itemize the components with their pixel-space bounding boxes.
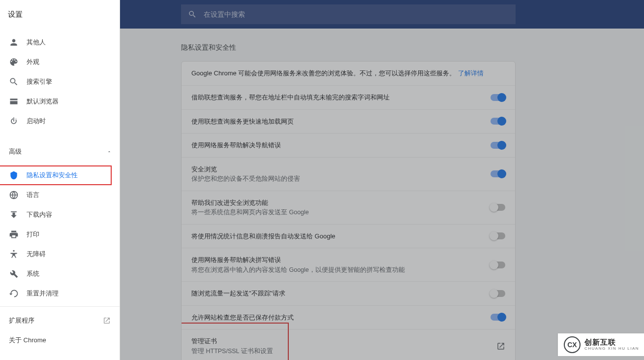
row-sublabel: 将一些系统信息和网页内容发送至 Google [191, 208, 485, 217]
power-icon [9, 116, 27, 126]
row-nav-errors[interactable]: 使用网络服务帮助解决导航错误 [182, 133, 515, 157]
row-label: 允许网站检查您是否已保存付款方式 [191, 313, 485, 323]
globe-icon [9, 190, 27, 200]
toggle-spellcheck[interactable] [491, 262, 505, 268]
palette-icon [9, 57, 27, 67]
toggle-usage-stats[interactable] [491, 232, 505, 239]
row-label: 将使用情况统计信息和崩溃报告自动发送给 Google [191, 231, 485, 241]
row-intro: Google Chrome 可能会使用网络服务来改善您的浏览体验。不过，您可以选… [182, 62, 515, 85]
sidebar-item-downloads[interactable]: 下载内容 [0, 205, 120, 225]
sidebar-item-language[interactable]: 语言 [0, 185, 120, 205]
row-manage-certs[interactable]: 管理证书 管理 HTTPS/SSL 证书和设置 [182, 329, 515, 360]
open-external-icon [496, 342, 505, 351]
row-label: 管理证书 [191, 336, 491, 346]
sidebar-item-label: 隐私设置和安全性 [27, 171, 78, 180]
toggle-payment-check[interactable] [491, 314, 505, 321]
accessibility-icon [9, 249, 27, 259]
toggle-autocomplete[interactable] [491, 94, 505, 101]
sidebar-item-label: 语言 [27, 191, 39, 199]
sidebar-item-label: 扩展程序 [9, 316, 34, 325]
row-autocomplete[interactable]: 借助联想查询服务，帮您在地址栏中自动填充未输完的搜索字词和网址 [182, 85, 515, 109]
toggle-nav-errors[interactable] [491, 142, 505, 149]
row-sublabel: 将您在浏览器中输入的内容发送给 Google，以便提供更智能的拼写检查功能 [191, 266, 485, 275]
main-area: 隐私设置和安全性 Google Chrome 可能会使用网络服务来改善您的浏览体… [120, 0, 644, 360]
print-icon [9, 229, 27, 239]
sidebar-item-label: 重置并清理 [27, 289, 59, 298]
wrench-icon [9, 269, 27, 279]
row-usage-stats[interactable]: 将使用情况统计信息和崩溃报告自动发送给 Google [182, 224, 515, 248]
svg-point-1 [13, 250, 14, 252]
download-icon [9, 210, 27, 220]
sidebar-footer: 扩展程序 关于 Chrome [0, 306, 120, 360]
settings-sidebar: 设置 其他人 外观 搜索引擎 默认浏览器 [0, 0, 120, 360]
sidebar-item-label: 外观 [27, 58, 39, 66]
row-label: 帮助我们改进安全浏览功能 [191, 198, 485, 208]
sidebar-item-label: 下载内容 [27, 210, 52, 219]
sidebar-title: 设置 [0, 0, 120, 29]
sidebar-advanced-toggle[interactable]: 高级 [0, 142, 120, 162]
sidebar-item-system[interactable]: 系统 [0, 264, 120, 284]
sidebar-advanced-list: 隐私设置和安全性 语言 下载内容 打印 无障碍 [0, 162, 120, 303]
sidebar-item-people[interactable]: 其他人 [0, 33, 120, 52]
row-label: 安全浏览 [191, 164, 485, 174]
row-improve-safe-browsing[interactable]: 帮助我们改进安全浏览功能 将一些系统信息和网页内容发送至 Google [182, 191, 515, 224]
watermark: CX 创新互联 CHUANG XIN HU LIAN [558, 333, 644, 356]
sidebar-item-label: 打印 [27, 230, 39, 239]
sidebar-item-about[interactable]: 关于 Chrome [0, 330, 120, 350]
watermark-badge: CX [564, 336, 581, 353]
sidebar-item-search-engine[interactable]: 搜索引擎 [0, 72, 120, 92]
sidebar-item-label: 默认浏览器 [27, 97, 59, 106]
browser-icon [9, 97, 27, 106]
sidebar-item-reset[interactable]: 重置并清理 [0, 284, 120, 303]
row-spellcheck[interactable]: 使用网络服务帮助解决拼写错误 将您在浏览器中输入的内容发送给 Google，以便… [182, 248, 515, 281]
toggle-improve-safe-browsing[interactable] [491, 204, 505, 211]
sidebar-item-label: 启动时 [27, 117, 46, 126]
row-label: 借助联想查询服务，帮您在地址栏中自动填充未输完的搜索字词和网址 [191, 93, 485, 102]
sidebar-main-list: 其他人 外观 搜索引擎 默认浏览器 启动时 [0, 29, 120, 131]
sidebar-item-label: 搜索引擎 [27, 77, 52, 86]
row-payment-check[interactable]: 允许网站检查您是否已保存付款方式 [182, 305, 515, 329]
toggle-do-not-track[interactable] [491, 290, 505, 297]
sidebar-item-startup[interactable]: 启动时 [0, 111, 120, 131]
sidebar-item-print[interactable]: 打印 [0, 225, 120, 244]
intro-text: Google Chrome 可能会使用网络服务来改善您的浏览体验。不过，您可以选… [191, 69, 456, 77]
row-do-not-track[interactable]: 随浏览流量一起发送"不跟踪"请求 [182, 281, 515, 305]
settings-search[interactable] [181, 4, 516, 24]
sidebar-item-label: 无障碍 [27, 250, 46, 259]
sidebar-item-default-browser[interactable]: 默认浏览器 [0, 92, 120, 111]
top-bar [120, 0, 644, 29]
learn-more-link[interactable]: 了解详情 [458, 69, 484, 77]
restore-icon [9, 289, 27, 298]
shield-icon [9, 170, 27, 180]
sidebar-item-label: 系统 [27, 269, 39, 278]
open-external-icon [103, 317, 111, 325]
chevron-up-icon [107, 149, 112, 154]
search-icon [9, 77, 27, 87]
sidebar-item-extensions[interactable]: 扩展程序 [0, 311, 120, 330]
advanced-label: 高级 [9, 147, 22, 156]
search-input[interactable] [204, 10, 509, 18]
section-title: 隐私设置和安全性 [181, 43, 516, 52]
sidebar-item-label: 关于 Chrome [9, 336, 46, 345]
sidebar-item-privacy[interactable]: 隐私设置和安全性 [0, 165, 112, 185]
row-label: 使用联想查询服务更快速地加载网页 [191, 117, 485, 127]
sidebar-item-label: 其他人 [27, 38, 46, 47]
row-sublabel: 保护您和您的设备不受危险网站的侵害 [191, 175, 485, 184]
row-safe-browsing[interactable]: 安全浏览 保护您和您的设备不受危险网站的侵害 [182, 157, 515, 191]
toggle-safe-browsing[interactable] [491, 170, 505, 177]
content: 隐私设置和安全性 Google Chrome 可能会使用网络服务来改善您的浏览体… [120, 29, 516, 360]
row-label: 使用网络服务帮助解决导航错误 [191, 140, 485, 150]
person-icon [9, 37, 27, 47]
row-sublabel: 管理 HTTPS/SSL 证书和设置 [191, 347, 491, 356]
row-label: 随浏览流量一起发送"不跟踪"请求 [191, 289, 485, 298]
row-preload[interactable]: 使用联想查询服务更快速地加载网页 [182, 109, 515, 133]
watermark-subtitle: CHUANG XIN HU LIAN [584, 347, 639, 351]
sidebar-item-appearance[interactable]: 外观 [0, 52, 120, 72]
watermark-title: 创新互联 [584, 338, 639, 347]
sidebar-item-accessibility[interactable]: 无障碍 [0, 244, 120, 264]
toggle-preload[interactable] [491, 118, 505, 125]
privacy-panel: Google Chrome 可能会使用网络服务来改善您的浏览体验。不过，您可以选… [181, 61, 516, 360]
row-label: 使用网络服务帮助解决拼写错误 [191, 255, 485, 265]
search-icon [188, 10, 197, 19]
